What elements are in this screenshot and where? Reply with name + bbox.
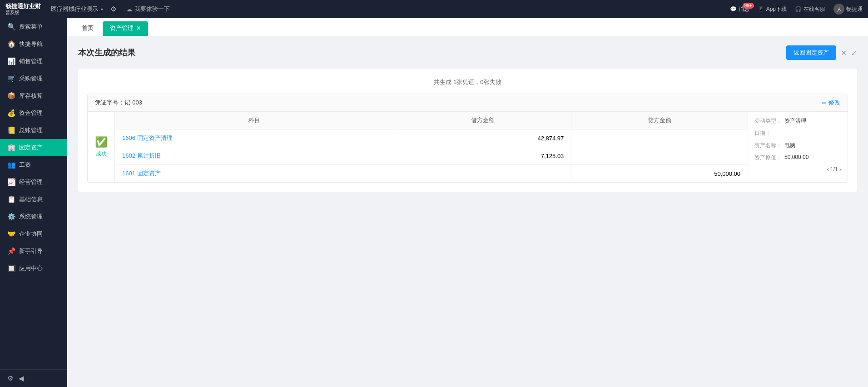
return-button[interactable]: 返回固定资产	[786, 45, 836, 60]
page-content: 本次生成的结果 返回固定资产 ✕ ⤢ 共生成 1张凭证，0张失败 凭证字号：记-…	[67, 36, 868, 387]
sidebar-item-label: 新手引导	[19, 247, 43, 255]
side-date: 日期：	[754, 129, 841, 137]
sales-icon: 📊	[7, 57, 15, 65]
operations-icon: 📈	[7, 178, 15, 186]
sidebar-scroll: 🔍 搜索菜单 🏠 快捷导航 📊 销售管理 🛒 采购管理 📦 库存核算 💰	[0, 18, 67, 369]
sidebar-item-purchase[interactable]: 🛒 采购管理	[0, 70, 67, 87]
search-icon: 🔍	[7, 23, 15, 31]
tabbar: 首页 资产管理 ✕	[67, 18, 868, 36]
subject-cell: 1601 固定资产	[115, 165, 394, 183]
debit-cell: 42,874.97	[394, 129, 571, 147]
table-row: 1602 累计折旧 7,125.03	[115, 147, 748, 165]
purchase-icon: 🛒	[7, 74, 15, 83]
topbar-right: 💬 消息 99+ 📱 App下载 🎧 在线客服 人 畅捷通	[730, 4, 863, 15]
side-pagination: ‹ 1/1 ›	[754, 166, 841, 173]
voucher-body: ✅ 成功 科目 借方金额 贷方金额	[88, 112, 848, 182]
sidebar-item-label: 搜索菜单	[19, 23, 43, 31]
app-download-button[interactable]: 📱 App下载	[758, 5, 787, 13]
sidebar-item-sales[interactable]: 📊 销售管理	[0, 53, 67, 70]
pagination-next[interactable]: ›	[839, 166, 841, 173]
side-original-value: 资产原值： 50,000.00	[754, 154, 841, 162]
sidebar-item-label: 库存核算	[19, 92, 43, 100]
message-icon: 💬	[730, 6, 737, 12]
user-menu[interactable]: 人 畅捷通	[833, 4, 863, 15]
funds-icon: 💰	[7, 109, 15, 117]
sidebar-item-label: 应用中心	[19, 264, 43, 273]
expand-panel-icon[interactable]: ⤢	[851, 49, 857, 57]
guide-icon: 📌	[7, 247, 15, 255]
side-asset-name: 资产名称： 电脑	[754, 142, 841, 149]
messages-button[interactable]: 💬 消息 99+	[730, 5, 749, 13]
tab-asset-management[interactable]: 资产管理 ✕	[103, 21, 148, 36]
basic-info-icon: 📋	[7, 195, 15, 203]
sidebar-item-funds[interactable]: 💰 资金管理	[0, 104, 67, 122]
avatar: 人	[833, 4, 844, 15]
voucher-edit-button[interactable]: ✏ 修改	[822, 99, 840, 107]
main-layout: 🔍 搜索菜单 🏠 快捷导航 📊 销售管理 🛒 采购管理 📦 库存核算 💰	[0, 18, 868, 387]
footer-collapse-icon[interactable]: ◀	[19, 374, 24, 382]
settings-icon[interactable]: ⚙	[110, 5, 116, 13]
fixed-assets-icon: 🏢	[7, 144, 15, 152]
voucher-header: 凭证字号：记-003 ✏ 修改	[88, 94, 848, 112]
sidebar-item-cooperation[interactable]: 🤝 企业协同	[0, 225, 67, 243]
voucher-number: 凭证字号：记-003	[95, 99, 142, 107]
pagination-prev[interactable]: ‹	[827, 166, 829, 173]
sidebar-item-inventory[interactable]: 📦 库存核算	[0, 87, 67, 104]
debit-cell	[394, 165, 571, 183]
sidebar-item-app-center[interactable]: 🔲 应用中心	[0, 260, 67, 277]
subject-link[interactable]: 1601 固定资产	[122, 170, 161, 177]
messages-badge: 99+	[743, 3, 754, 9]
online-service-button[interactable]: 🎧 在线客服	[795, 5, 825, 13]
sidebar-item-label: 基础信息	[19, 195, 43, 203]
tab-home[interactable]: 首页	[74, 21, 101, 36]
sidebar-item-fixed-assets[interactable]: 🏢 固定资产	[0, 139, 67, 156]
result-panel: 共生成 1张凭证，0张失败 凭证字号：记-003 ✏ 修改	[78, 69, 857, 192]
subject-link[interactable]: 1602 累计折旧	[122, 152, 161, 159]
page-title: 本次生成的结果	[78, 47, 135, 58]
credit-cell: 50,000.00	[571, 165, 748, 183]
inventory-icon: 📦	[7, 92, 15, 100]
success-icon: ✅	[95, 136, 107, 148]
voucher-block: 凭证字号：记-003 ✏ 修改 ✅ 成功	[87, 94, 848, 183]
sidebar-item-label: 资金管理	[19, 109, 43, 117]
tab-close-icon[interactable]: ✕	[136, 25, 141, 31]
experience-button[interactable]: ☁ 我要体验一下	[126, 5, 170, 13]
voucher-side-panel: 变动类型： 资产清理 日期： 资产名称： 电脑	[748, 112, 848, 182]
asset-name-label: 资产名称：	[754, 142, 782, 149]
sidebar-item-guide[interactable]: 📌 新手引导	[0, 243, 67, 260]
change-type-value: 资产清理	[784, 117, 806, 125]
credit-cell	[571, 147, 748, 165]
sidebar-item-basic-info[interactable]: 📋 基础信息	[0, 191, 67, 208]
original-value-value: 50,000.00	[784, 154, 808, 162]
ledger-icon: 📒	[7, 126, 15, 134]
sidebar-item-quicknav[interactable]: 🏠 快捷导航	[0, 35, 67, 53]
sidebar-item-search[interactable]: 🔍 搜索菜单	[0, 18, 67, 35]
sidebar-item-label: 固定资产	[19, 144, 43, 152]
payroll-icon: 👥	[7, 161, 15, 169]
voucher-table-area: 科目 借方金额 贷方金额 1606 固定资产清理 42,874.97	[115, 112, 748, 182]
home-icon: 🏠	[7, 40, 15, 48]
company-selector[interactable]: 医疗器械行业演示 ▾	[51, 5, 103, 13]
sidebar-item-payroll[interactable]: 👥 工资	[0, 156, 67, 174]
sidebar-item-ledger[interactable]: 📒 总账管理	[0, 122, 67, 139]
sidebar-item-label: 工资	[19, 161, 31, 169]
sidebar-footer: ⚙ ◀	[0, 369, 67, 387]
company-dropdown-arrow: ▾	[101, 7, 103, 12]
sidebar-item-system[interactable]: ⚙️ 系统管理	[0, 208, 67, 225]
change-type-label: 变动类型：	[754, 117, 782, 125]
app-logo: 畅捷通好业财 普及版	[5, 3, 41, 15]
original-value-label: 资产原值：	[754, 154, 782, 162]
debit-cell: 7,125.03	[394, 147, 571, 165]
close-panel-icon[interactable]: ✕	[841, 49, 847, 57]
footer-settings-icon[interactable]: ⚙	[7, 374, 13, 382]
sidebar-item-operations[interactable]: 📈 经营管理	[0, 174, 67, 191]
credit-cell	[571, 129, 748, 147]
side-change-type: 变动类型： 资产清理	[754, 117, 841, 125]
voucher-status-col: ✅ 成功	[88, 112, 115, 182]
app-center-icon: 🔲	[7, 264, 15, 273]
content-area: 首页 资产管理 ✕ 本次生成的结果 返回固定资产 ✕ ⤢ 共生成 1张凭证，0张…	[67, 18, 868, 387]
col-header-subject: 科目	[115, 112, 394, 129]
subject-link[interactable]: 1606 固定资产清理	[122, 134, 173, 141]
status-text: 成功	[96, 150, 107, 158]
sidebar-item-label: 快捷导航	[19, 40, 43, 48]
